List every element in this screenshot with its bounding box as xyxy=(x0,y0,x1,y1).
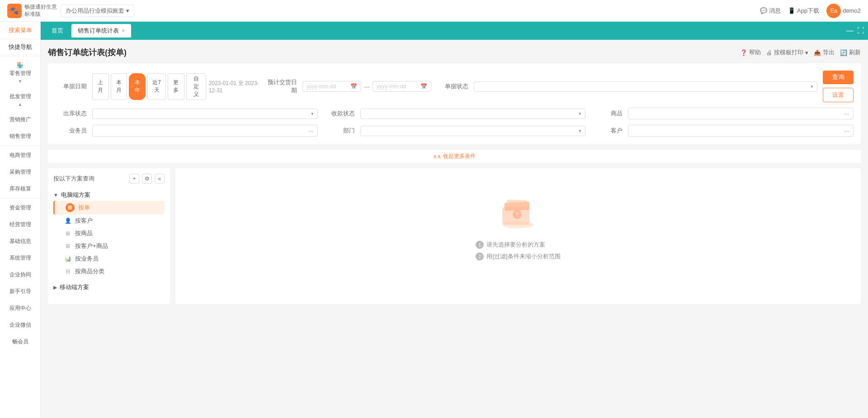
print-chevron-icon: ▾ xyxy=(805,49,808,56)
scheme-item-by-customer-goods[interactable]: ⊞ 按客户+商品 xyxy=(53,240,165,252)
sidebar-item-purchase[interactable]: 采购管理 xyxy=(0,164,40,180)
sidebar-item-quicknav[interactable]: 快捷导航 xyxy=(0,39,40,55)
goods-input[interactable]: ··· xyxy=(628,108,854,119)
sidebar-item-retail[interactable]: 🏪 零售管理 ▼ xyxy=(0,57,40,88)
settings-button[interactable]: 设置 xyxy=(823,88,854,102)
expected-date-from[interactable]: yyyy-mm-dd 📅 xyxy=(302,81,361,92)
date-btn-custom[interactable]: 自定义 xyxy=(186,73,206,100)
calendar-icon-2: 📅 xyxy=(420,83,427,90)
tab-close-icon[interactable]: × xyxy=(122,28,125,34)
refresh-icon: 🔄 xyxy=(840,49,847,56)
retail-icon: 🏪 xyxy=(17,62,24,68)
svg-rect-3 xyxy=(507,200,527,206)
maximize-tab-button[interactable]: ⛶ xyxy=(857,27,864,35)
sidebar-item-operations[interactable]: 经营管理 xyxy=(0,216,40,233)
scheme-item-by-customer[interactable]: 👤 按客户 xyxy=(53,214,165,227)
date-btn-this-month[interactable]: 本月 xyxy=(111,73,127,100)
date-btn-more[interactable]: 更多 xyxy=(168,73,184,100)
sidebar-item-marketing[interactable]: 营销推广 xyxy=(0,111,40,128)
expected-date-to[interactable]: yyyy-mm-dd 📅 xyxy=(373,81,431,92)
sidebar-item-appcenter[interactable]: 应用中心 xyxy=(0,300,40,317)
scheme-item-by-goods[interactable]: ⊞ 按商品 xyxy=(53,227,165,240)
help-button[interactable]: ❓ 帮助 xyxy=(740,48,761,57)
sidebar-item-sales[interactable]: 销售管理 xyxy=(0,128,40,145)
salesperson-label: 业务员 xyxy=(55,127,87,135)
action-buttons: 查询 设置 xyxy=(823,71,854,102)
receipt-status-select[interactable]: ▾ xyxy=(360,109,586,119)
dots-icon-goods: ··· xyxy=(844,110,849,117)
goods-label: 商品 xyxy=(591,109,623,118)
top-bar: 🐾 畅捷通好生意 标准版 办公用品行业模拟账套 ▾ 💬 消息 📱 App下载 E… xyxy=(0,0,868,22)
out-status-select[interactable]: ▾ xyxy=(92,109,318,119)
sidebar-item-wholesale[interactable]: 批发管理 ▲ xyxy=(0,88,40,111)
add-scheme-button[interactable]: + xyxy=(129,174,139,184)
collapse-icon: ∧∧ xyxy=(433,153,441,160)
department-select[interactable]: ▾ xyxy=(360,126,586,136)
date-btn-this-year[interactable]: 本年 xyxy=(129,73,146,100)
page-actions: ❓ 帮助 🖨 按模板打印 ▾ 📤 导出 🔄 刷新 xyxy=(740,48,861,57)
tab-bar-actions: — ⛶ xyxy=(846,27,864,35)
date-separator: — xyxy=(364,83,370,90)
empty-state: ? 1 请先选择要分析的方案 2 用[过滤]条件来缩小分析范围 xyxy=(175,168,861,282)
scheme-item-by-salesperson[interactable]: 📊 按业务员 xyxy=(53,252,165,265)
chevron-icon-out: ▾ xyxy=(311,111,314,117)
help-icon: ❓ xyxy=(740,49,747,56)
tab-home[interactable]: 首页 xyxy=(44,24,71,38)
sidebar-item-ecommerce[interactable]: 电商管理 xyxy=(0,147,40,164)
sidebar-item-system[interactable]: 系统管理 xyxy=(0,250,40,266)
top-bar-right: 💬 消息 📱 App下载 Ea demo2 xyxy=(760,4,861,18)
print-icon: 🖨 xyxy=(766,49,772,56)
status-select[interactable]: ▾ xyxy=(474,81,817,92)
settings-scheme-button[interactable]: ⚙ xyxy=(142,174,152,184)
sidebar-item-enterprise[interactable]: 企业协同 xyxy=(0,266,40,283)
scheme-item-by-category[interactable]: ⊟ 按商品分类 xyxy=(53,265,165,278)
date-buttons: 上月 本月 本年 近7天 更多 自定义 xyxy=(92,73,206,100)
sidebar-divider-3 xyxy=(0,198,40,199)
collapse-row[interactable]: ∧∧ 收起更多条件 xyxy=(48,149,861,163)
sidebar-item-newuser[interactable]: 新手引导 xyxy=(0,283,40,300)
calendar-icon: 📅 xyxy=(350,83,357,90)
chevron-icon-receipt: ▾ xyxy=(579,111,581,117)
workspace-selector[interactable]: 办公用品行业模拟账套 ▾ xyxy=(61,5,134,17)
user-menu[interactable]: Ea demo2 xyxy=(826,4,861,18)
collapse-scheme-button[interactable]: « xyxy=(155,174,165,184)
section-title-desktop: 电脑端方案 xyxy=(61,191,90,199)
print-button[interactable]: 🖨 按模板打印 ▾ xyxy=(766,48,808,57)
minimize-tab-button[interactable]: — xyxy=(846,27,854,35)
chevron-down-icon: ▾ xyxy=(126,7,129,14)
query-button[interactable]: 查询 xyxy=(823,71,854,84)
tab-sales-stats[interactable]: 销售订单统计表 × xyxy=(71,24,131,38)
scheme-section-header-mobile[interactable]: ▶ 移动端方案 xyxy=(53,281,165,293)
refresh-button[interactable]: 🔄 刷新 xyxy=(840,48,861,57)
salesperson-input[interactable]: ··· xyxy=(92,125,318,137)
page-header: 销售订单统计表(按单) ❓ 帮助 🖨 按模板打印 ▾ 📤 导出 xyxy=(48,47,861,58)
empty-svg: ? xyxy=(495,186,541,232)
out-status-label: 出库状态 xyxy=(55,109,87,118)
export-button[interactable]: 📤 导出 xyxy=(814,48,835,57)
date-filter-group: 上月 本月 本年 近7天 更多 自定义 2023-01-01 至 2023-12… xyxy=(92,73,260,100)
sidebar-item-finance[interactable]: 资金管理 xyxy=(0,200,40,216)
scheme-section-header-desktop[interactable]: ▼ 电脑端方案 xyxy=(53,189,165,201)
chevron-icon-dept: ▾ xyxy=(579,128,581,134)
tip-num-2: 2 xyxy=(476,252,484,261)
sidebar-item-wechat[interactable]: 企业微信 xyxy=(0,317,40,333)
sidebar-item-inventory[interactable]: 库存核算 xyxy=(0,180,40,197)
sidebar-item-member[interactable]: 畅会员 xyxy=(0,333,40,350)
date-btn-7days[interactable]: 近7天 xyxy=(147,73,166,100)
app-download-button[interactable]: 📱 App下载 xyxy=(788,7,819,15)
empty-tip-2: 2 用[过滤]条件来缩小分析范围 xyxy=(476,252,560,261)
customer-label: 客户 xyxy=(591,127,623,135)
scheme-panel-header: 按以下方案查询 + ⚙ « xyxy=(53,174,165,184)
dots-icon-salesperson: ··· xyxy=(308,127,314,134)
chevron-up-icon: ▲ xyxy=(18,102,23,107)
empty-illustration: ? xyxy=(495,186,541,232)
sidebar-item-search[interactable]: 搜索菜单 xyxy=(0,22,40,39)
export-icon: 📤 xyxy=(814,49,821,56)
date-btn-last-month[interactable]: 上月 xyxy=(92,73,109,100)
customer-input[interactable]: ··· xyxy=(628,125,854,137)
message-button[interactable]: 💬 消息 xyxy=(760,7,781,15)
scheme-item-by-order[interactable]: 按 按单 xyxy=(53,201,165,214)
sidebar-item-basic[interactable]: 基础信息 xyxy=(0,233,40,250)
scheme-panel-icons: + ⚙ « xyxy=(129,174,165,184)
analysis-layout: 按以下方案查询 + ⚙ « ▼ 电脑端方案 xyxy=(48,168,861,304)
